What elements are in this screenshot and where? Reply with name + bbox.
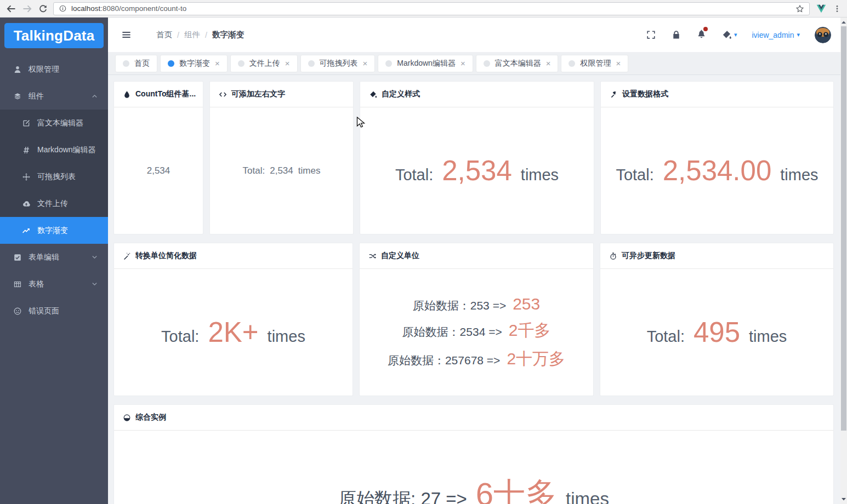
main-area: 首页 / 组件 / 数字渐变 ▾ bbox=[108, 18, 847, 504]
count-value: 2,534.00 bbox=[663, 154, 772, 187]
close-icon[interactable]: × bbox=[616, 59, 621, 67]
tab-label: 富文本编辑器 bbox=[495, 59, 541, 68]
waterdrop-icon bbox=[123, 90, 131, 99]
browser-menu-icon[interactable] bbox=[833, 4, 842, 14]
caret-down-icon: ▾ bbox=[797, 32, 800, 38]
unit-value: 253 bbox=[513, 295, 540, 313]
sidebar: TalkingData 权限管理 组件 富文本编辑器 bbox=[0, 18, 108, 504]
sidebar-item-form[interactable]: 表单编辑 bbox=[0, 244, 108, 271]
scroll-up-icon[interactable] bbox=[840, 19, 847, 26]
tab-dot bbox=[168, 60, 174, 67]
sidebar-item-table[interactable]: 表格 bbox=[0, 271, 108, 297]
chevron-up-icon bbox=[91, 93, 98, 100]
back-icon[interactable] bbox=[5, 3, 16, 14]
sidebar-item-markdown[interactable]: Markdown编辑器 bbox=[0, 136, 108, 163]
shuffle-icon bbox=[368, 252, 377, 260]
tab-dot bbox=[238, 60, 245, 67]
unit-label: 原始数据：253 => bbox=[413, 298, 506, 313]
code-icon bbox=[219, 90, 227, 99]
sidebar-item-upload[interactable]: 文件上传 bbox=[0, 190, 108, 217]
notification-badge bbox=[703, 27, 708, 31]
card-title: 自定义样式 bbox=[382, 89, 420, 99]
sidebar-item-components[interactable]: 组件 bbox=[0, 83, 108, 110]
sidebar-item-richtext[interactable]: 富文本编辑器 bbox=[0, 110, 108, 136]
tab-countto[interactable]: 数字渐变 × bbox=[160, 55, 228, 72]
tab-label: 文件上传 bbox=[249, 59, 280, 68]
scroll-down-icon[interactable] bbox=[840, 495, 847, 503]
card-header: 设置数据格式 bbox=[601, 82, 833, 107]
close-icon[interactable]: × bbox=[215, 59, 220, 67]
chevron-down-icon bbox=[91, 280, 98, 288]
card-header: 自定义样式 bbox=[360, 82, 594, 107]
tab-draggable[interactable]: 可拖拽列表 × bbox=[300, 55, 376, 72]
browser-window: localhost:8080/component/count-to Talkin… bbox=[0, 0, 847, 504]
vue-devtools-icon[interactable] bbox=[815, 3, 827, 14]
avatar[interactable] bbox=[815, 27, 831, 43]
close-icon[interactable]: × bbox=[285, 59, 290, 67]
header-actions: ▾ iview_admin ▾ bbox=[646, 27, 831, 43]
lock-icon[interactable] bbox=[671, 30, 681, 40]
card-title: 自定义单位 bbox=[381, 251, 419, 261]
sidebar-item-countto[interactable]: 数字渐变 bbox=[0, 217, 108, 244]
sidebar-item-draggable[interactable]: 可拖拽列表 bbox=[0, 163, 108, 190]
bookmark-star-icon[interactable] bbox=[795, 4, 804, 13]
sidebar-item-label: 可拖拽列表 bbox=[37, 172, 76, 182]
breadcrumb-separator: / bbox=[205, 31, 207, 39]
card-countto-format: 设置数据格式 Total: 2,534.00 times bbox=[600, 81, 834, 234]
count-label: 原始数据: 27 => bbox=[338, 487, 467, 504]
card-title: 转换单位简化数据 bbox=[135, 251, 197, 261]
scrollbar-thumb[interactable] bbox=[841, 26, 846, 431]
sidebar-item-label: 错误页面 bbox=[29, 306, 59, 316]
address-bar[interactable]: localhost:8080/component/count-to bbox=[53, 2, 810, 15]
sidebar-item-auth[interactable]: 权限管理 bbox=[0, 56, 108, 83]
browser-toolbar: localhost:8080/component/count-to bbox=[0, 0, 847, 18]
move-arrows-icon bbox=[22, 173, 31, 181]
count-value: 495 bbox=[693, 316, 740, 348]
wand-icon bbox=[123, 252, 131, 260]
breadcrumb-components[interactable]: 组件 bbox=[184, 30, 200, 40]
card-header: 自定义单位 bbox=[360, 243, 593, 269]
card-title: 设置数据格式 bbox=[622, 89, 668, 99]
card-title: 可异步更新数据 bbox=[622, 251, 675, 261]
breadcrumb-home[interactable]: 首页 bbox=[156, 30, 172, 40]
tab-dot bbox=[569, 60, 575, 67]
notifications-button[interactable] bbox=[696, 28, 707, 41]
card-header: 综合实例 bbox=[114, 405, 833, 431]
tab-auth[interactable]: 权限管理 × bbox=[561, 55, 628, 72]
close-icon[interactable]: × bbox=[546, 59, 551, 67]
unit-row: 原始数据：2534 => 2千多 bbox=[402, 319, 551, 342]
info-icon[interactable] bbox=[59, 4, 67, 13]
breadcrumb: 首页 / 组件 / 数字渐变 bbox=[156, 30, 244, 40]
fullscreen-icon[interactable] bbox=[646, 30, 656, 40]
theme-dropdown[interactable]: ▾ bbox=[721, 30, 737, 40]
hamburger-menu-icon[interactable] bbox=[120, 30, 133, 40]
count-suffix: times bbox=[521, 166, 559, 184]
tab-dot bbox=[308, 60, 315, 67]
sidebar-item-label: 数字渐变 bbox=[37, 226, 68, 236]
combined-row: 原始数据: 27 => 6十多 times bbox=[114, 473, 833, 504]
count-prefix: Total: bbox=[243, 165, 265, 176]
url-text[interactable]: localhost:8080/component/count-to bbox=[71, 4, 186, 13]
unit-label: 原始数据：2534 => bbox=[402, 324, 502, 340]
sidebar-item-error[interactable]: 错误页面 bbox=[0, 297, 108, 324]
page-scrollbar[interactable] bbox=[840, 18, 847, 504]
sidebar-item-label: 组件 bbox=[29, 91, 44, 101]
card-countto-basic: CountTo组件基... 2,534 bbox=[113, 81, 203, 234]
count-prefix: Total: bbox=[395, 166, 433, 184]
breadcrumb-current: 数字渐变 bbox=[212, 30, 244, 40]
unit-row: 原始数据：257678 => 2十万多 bbox=[388, 348, 565, 370]
close-icon[interactable]: × bbox=[461, 59, 465, 67]
refresh-icon[interactable] bbox=[38, 4, 48, 13]
card-header: CountTo组件基... bbox=[114, 82, 203, 107]
tab-upload[interactable]: 文件上传 × bbox=[230, 55, 298, 72]
count-value: 2,534 bbox=[147, 165, 170, 176]
close-icon[interactable]: × bbox=[363, 59, 368, 67]
tab-home[interactable]: 首页 bbox=[115, 55, 157, 72]
tab-markdown[interactable]: Markdown编辑器 × bbox=[378, 55, 473, 72]
forward-icon[interactable] bbox=[22, 3, 33, 14]
tab-richtext[interactable]: 富文本编辑器 × bbox=[476, 55, 559, 72]
user-dropdown[interactable]: iview_admin ▾ bbox=[752, 31, 800, 39]
count-value: 2,534 bbox=[442, 154, 512, 187]
checkbox-icon bbox=[13, 253, 22, 262]
header: 首页 / 组件 / 数字渐变 ▾ bbox=[108, 18, 847, 52]
